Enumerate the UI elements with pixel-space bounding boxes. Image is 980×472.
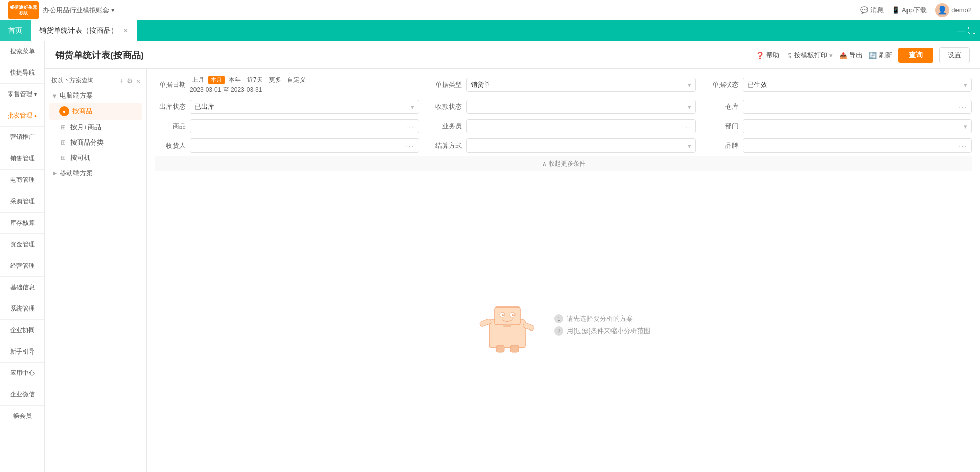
- sidebar-item-system[interactable]: 系统管理: [0, 298, 44, 320]
- date-badge-this-month[interactable]: 本月: [208, 76, 225, 84]
- collapse-bar[interactable]: ∧ 收起更多条件: [155, 156, 972, 171]
- svg-rect-6: [503, 324, 511, 327]
- tab-home[interactable]: 首页: [0, 20, 31, 41]
- sidebar-retail-label: 零售管理: [8, 90, 32, 98]
- nav-tabs-bar: 首页 销货单统计表（按商品） ✕ — ⛶: [0, 20, 980, 41]
- app-download-label: App下载: [902, 6, 927, 15]
- app-download-btn[interactable]: 📱 App下载: [892, 6, 927, 15]
- pc-group-triangle: ▼: [51, 92, 58, 100]
- date-btn-7days[interactable]: 近7天: [245, 75, 265, 85]
- sidebar-item-app-center[interactable]: 应用中心: [0, 363, 44, 384]
- sidebar-item-ecommerce[interactable]: 电商管理: [0, 170, 44, 191]
- message-btn[interactable]: 💬 消息: [860, 6, 884, 15]
- out-label: 出库状态: [155, 102, 186, 111]
- sidebar-item-sales-mgmt[interactable]: 销售管理: [0, 148, 44, 170]
- salesperson-input[interactable]: ···: [466, 119, 695, 133]
- sidebar-item-retail[interactable]: 零售管理 ▾: [0, 84, 44, 105]
- sidebar-item-operations[interactable]: 经营管理: [0, 255, 44, 277]
- sidebar-system-label: 系统管理: [10, 305, 35, 312]
- avatar: 👤: [935, 3, 949, 17]
- dept-input[interactable]: ▾: [743, 119, 972, 133]
- sidebar-item-finance[interactable]: 资金管理: [0, 234, 44, 255]
- sidebar-item-quick-nav[interactable]: 快捷导航: [0, 62, 44, 84]
- sidebar-marketing-label: 营销推广: [10, 133, 35, 140]
- date-btn-this-year[interactable]: 本年: [227, 75, 243, 85]
- scheme-group-pc: ▼ 电脑端方案 ● 按商品 ⊞ 按月+商品 ⊞: [45, 88, 146, 166]
- payment-input[interactable]: ▾: [466, 138, 695, 153]
- salesperson-label: 业务员: [431, 122, 462, 131]
- mobile-group-label: 移动端方案: [60, 169, 93, 178]
- warehouse-input[interactable]: ···: [743, 100, 972, 114]
- print-arrow-icon: ▾: [829, 52, 833, 59]
- query-button[interactable]: 查询: [898, 48, 933, 63]
- refresh-icon: 🔄: [869, 52, 877, 59]
- sidebar-item-purchase[interactable]: 采购管理: [0, 191, 44, 213]
- tab-close-icon[interactable]: ✕: [123, 27, 128, 34]
- svg-point-4: [502, 314, 504, 316]
- hint-text-2: 用[过滤]条件来缩小分析范围: [567, 326, 650, 336]
- industry-name: 办公用品行业模拟账套: [43, 6, 109, 15]
- status-input[interactable]: 已生效 ▾: [743, 78, 972, 92]
- template-print-btn[interactable]: 🖨 按模板打印 ▾: [786, 51, 833, 60]
- message-label: 消息: [870, 6, 884, 15]
- export-label: 导出: [849, 51, 863, 60]
- hint-num-2: 2: [554, 326, 564, 336]
- sidebar-item-basic-info[interactable]: 基础信息: [0, 277, 44, 298]
- filter-product: 商品 ···: [155, 119, 419, 133]
- brand-input[interactable]: ···: [743, 138, 972, 153]
- out-input[interactable]: 已出库 ▾: [190, 100, 419, 114]
- scheme-add-icon[interactable]: +: [119, 77, 124, 85]
- help-label: 帮助: [766, 51, 779, 60]
- sidebar-item-enterprise-wechat[interactable]: 企业微信: [0, 384, 44, 406]
- date-btn-more[interactable]: 更多: [267, 75, 283, 85]
- help-btn[interactable]: ❓ 帮助: [756, 51, 779, 60]
- help-icon: ❓: [756, 52, 764, 59]
- scheme-dot-icon: ●: [59, 106, 69, 116]
- user-menu[interactable]: 👤 demo2: [935, 3, 972, 17]
- sidebar-item-search-menu[interactable]: 搜索菜单: [0, 41, 44, 62]
- scheme-item-by-month-product[interactable]: ⊞ 按月+商品: [49, 120, 142, 135]
- type-input[interactable]: 销货单 ▾: [466, 78, 695, 92]
- scheme-item-by-cashier[interactable]: ⊞ 按司机: [49, 150, 142, 166]
- sidebar-basic-label: 基础信息: [10, 284, 35, 291]
- receiver-label: 收货人: [155, 141, 186, 150]
- scheme-group-mobile-title[interactable]: ▼ 移动端方案: [49, 166, 142, 181]
- refresh-btn[interactable]: 🔄 刷新: [869, 51, 892, 60]
- export-btn[interactable]: 📤 导出: [839, 51, 863, 60]
- filter-row-4: 收货人 ··· 结算方式 ▾: [155, 138, 972, 153]
- brand-dots-icon: ···: [959, 142, 967, 150]
- scheme-collapse-icon[interactable]: «: [136, 77, 140, 85]
- hint-text-1: 请先选择要分析的方案: [567, 314, 633, 323]
- filter-row-1: 单据日期 上月 本月 本年 近7天 更多 自定义: [155, 75, 972, 95]
- receiver-input[interactable]: ···: [190, 138, 419, 153]
- tab-sales-stat-label: 销货单统计表（按商品）: [39, 26, 118, 35]
- status-label: 单据状态: [708, 80, 739, 89]
- tab-minimize-icon[interactable]: —: [957, 26, 965, 35]
- type-label: 单据类型: [431, 80, 462, 89]
- recv-input[interactable]: ▾: [466, 100, 695, 114]
- sidebar-item-inventory[interactable]: 库存核算: [0, 213, 44, 234]
- scheme-item-by-category[interactable]: ⊞ 按商品分类: [49, 135, 142, 150]
- filter-row-3: 商品 ··· 业务员 ···: [155, 119, 972, 133]
- product-input[interactable]: ···: [190, 119, 419, 133]
- tab-maximize-icon[interactable]: ⛶: [968, 26, 976, 35]
- scheme-settings-icon[interactable]: ⚙: [127, 77, 133, 85]
- dept-label: 部门: [708, 122, 739, 131]
- scheme-group-pc-title[interactable]: ▼ 电脑端方案: [49, 88, 142, 103]
- sidebar-item-marketing[interactable]: 营销推广: [0, 127, 44, 148]
- sidebar-item-vip[interactable]: 畅会员: [0, 406, 44, 427]
- sidebar-item-wholesale[interactable]: 批发管理 ▴: [0, 105, 44, 127]
- industry-selector[interactable]: 办公用品行业模拟账套 ▾: [43, 6, 115, 15]
- date-btn-last-month[interactable]: 上月: [190, 75, 206, 85]
- scheme-item-by-product[interactable]: ● 按商品: [49, 103, 142, 120]
- sidebar-finance-label: 资金管理: [10, 241, 35, 248]
- filter-receiver: 收货人 ···: [155, 138, 419, 153]
- date-btn-custom[interactable]: 自定义: [285, 75, 308, 85]
- tab-sales-stat[interactable]: 销货单统计表（按商品） ✕: [31, 20, 137, 41]
- sidebar-item-corp-collab[interactable]: 企业协同: [0, 320, 44, 341]
- sidebar-item-beginner[interactable]: 新手引导: [0, 341, 44, 363]
- industry-arrow: ▾: [111, 6, 115, 14]
- settings-button[interactable]: 设置: [939, 47, 970, 63]
- scheme-by-month-label: 按月+商品: [70, 123, 101, 132]
- status-arrow-icon: ▾: [964, 81, 967, 89]
